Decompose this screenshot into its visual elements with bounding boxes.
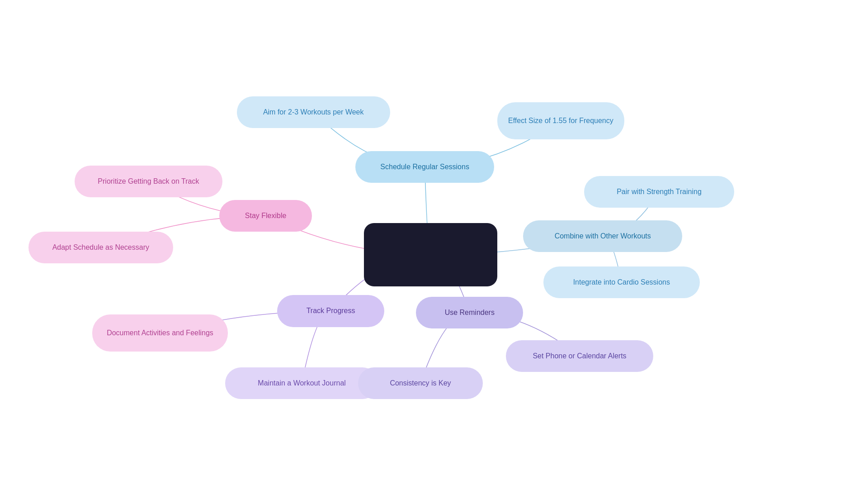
adapt-schedule-node: Adapt Schedule as Necessary [28, 232, 173, 263]
consistency-key-node: Consistency is Key [358, 367, 482, 399]
track-progress-node: Track Progress [277, 295, 384, 327]
effect-size-node: Effect Size of 1.55 for Frequency [497, 102, 625, 140]
aim-workouts-node: Aim for 2-3 Workouts per Week [237, 96, 390, 128]
document-activities-node: Document Activities and Feelings [92, 314, 228, 352]
maintain-journal-node: Maintain a Workout Journal [225, 367, 378, 399]
integrate-cardio-node: Integrate into Cardio Sessions [543, 266, 700, 298]
center-node [364, 223, 497, 286]
pair-strength-node: Pair with Strength Training [584, 176, 735, 208]
use-reminders-node: Use Reminders [416, 297, 523, 328]
schedule-regular-node: Schedule Regular Sessions [355, 151, 494, 183]
stay-flexible-node: Stay Flexible [219, 200, 312, 232]
prioritize-back-node: Prioritize Getting Back on Track [75, 166, 222, 197]
combine-workouts-node: Combine with Other Workouts [523, 220, 682, 252]
set-alerts-node: Set Phone or Calendar Alerts [506, 340, 653, 372]
